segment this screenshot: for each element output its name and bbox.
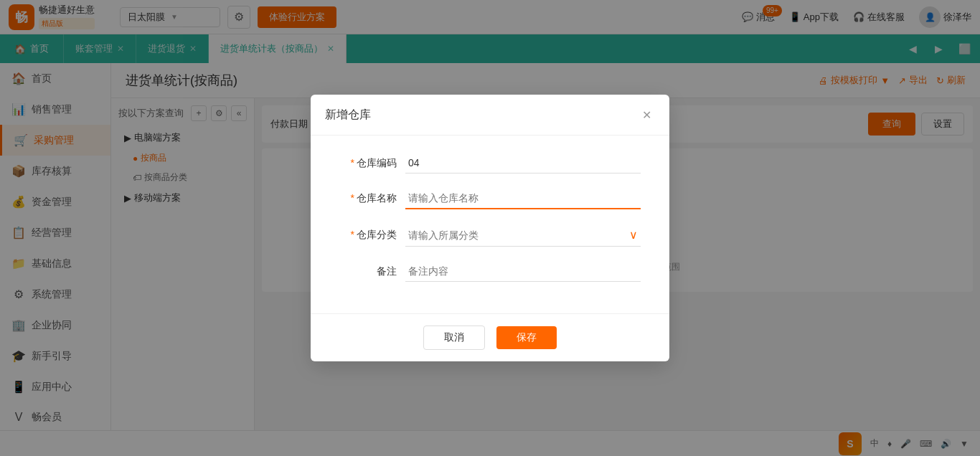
cancel-button[interactable]: 取消: [423, 326, 485, 350]
warehouse-category-select[interactable]: ∨: [405, 224, 641, 247]
warehouse-code-input[interactable]: [405, 153, 641, 174]
warehouse-name-label: 仓库名称: [339, 192, 397, 205]
modal-close-button[interactable]: ✕: [638, 106, 655, 123]
warehouse-category-input[interactable]: [408, 229, 629, 241]
warehouse-code-row: 仓库编码: [339, 153, 641, 174]
modal-header: 新增仓库 ✕: [311, 95, 669, 136]
warehouse-category-row: 仓库分类 ∨: [339, 224, 641, 247]
warehouse-note-input[interactable]: [405, 261, 641, 282]
warehouse-name-row: 仓库名称: [339, 188, 641, 209]
add-warehouse-modal: 新增仓库 ✕ 仓库编码 仓库名称 仓库分类 ∨: [311, 95, 669, 361]
modal-footer: 取消 保存: [311, 313, 669, 361]
category-dropdown-arrow: ∨: [629, 228, 638, 242]
save-button[interactable]: 保存: [496, 326, 557, 349]
modal-body: 仓库编码 仓库名称 仓库分类 ∨ 备注: [311, 136, 669, 313]
warehouse-name-input[interactable]: [405, 188, 641, 209]
warehouse-note-row: 备注: [339, 261, 641, 282]
warehouse-code-label: 仓库编码: [339, 157, 397, 170]
modal-title: 新增仓库: [325, 108, 371, 123]
warehouse-note-label: 备注: [339, 265, 397, 278]
warehouse-category-label: 仓库分类: [339, 229, 397, 242]
modal-overlay: 新增仓库 ✕ 仓库编码 仓库名称 仓库分类 ∨: [0, 0, 980, 456]
